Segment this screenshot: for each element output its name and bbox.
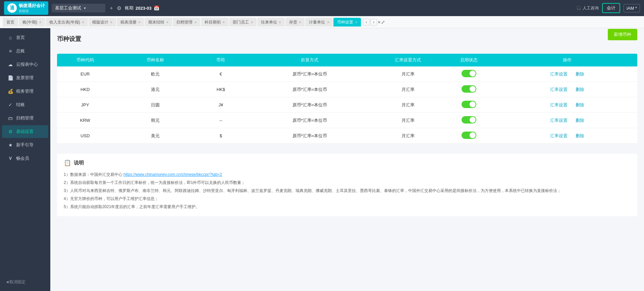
tab-mid-period[interactable]: 账(中期) ×	[19, 18, 45, 27]
period-value: 2023-03	[136, 6, 152, 11]
sidebar-item-tax[interactable]: 💰 税务管理	[2, 85, 48, 98]
cell-status-3[interactable]	[441, 113, 497, 128]
cell-symbol-0: €	[198, 66, 245, 82]
collapse-label: ◄取消固定	[5, 279, 25, 285]
tab-unit-close[interactable]: ×	[327, 20, 329, 24]
tab-archive[interactable]: 归档管理 ×	[173, 18, 200, 27]
cell-rate-0: 月汇率	[375, 66, 441, 82]
delete-link-3[interactable]: 删除	[576, 118, 584, 123]
sidebar-item-home[interactable]: ⌂ 首页	[2, 31, 48, 44]
delete-link-2[interactable]: 删除	[576, 102, 584, 107]
tab-prev-button[interactable]: ‹	[363, 19, 370, 26]
main-layout: ⌂ 首页 ≡ 总账 ☁ 云报表中心 📄 发票管理 💰 税务管理 ✓ 结账 🗃 归…	[0, 28, 644, 291]
sidebar-item-home-label: 首页	[16, 35, 25, 41]
cell-status-2[interactable]	[441, 97, 497, 113]
toggle-2[interactable]	[462, 101, 476, 108]
tab-dept-staff-close[interactable]: ×	[251, 20, 253, 24]
tab-mid-period-label: 账(中期)	[22, 19, 37, 25]
tab-tax-table-close[interactable]: ×	[139, 20, 141, 24]
table-row: KRW 韩元 -- 原币*汇率=本位币 月汇率 汇率设置 删除	[57, 113, 637, 128]
tab-home-label: 首页	[6, 19, 14, 25]
th-code: 币种代码	[57, 54, 113, 66]
toggle-0[interactable]	[462, 70, 476, 77]
tab-annual-report[interactable]: 收入支出表(年报) ×	[46, 18, 88, 27]
toggle-1[interactable]	[462, 85, 476, 93]
cell-code-0: EUR	[57, 66, 113, 82]
sidebar-item-settings[interactable]: ⚙ 基础设置	[2, 125, 48, 138]
tab-annual-report-close[interactable]: ×	[82, 20, 84, 24]
table-row: EUR 欧元 € 原币*汇率=本位币 月汇率 汇率设置 删除	[57, 66, 637, 82]
tab-inventory[interactable]: 存货 ×	[285, 18, 305, 27]
sidebar: ⌂ 首页 ≡ 总账 ☁ 云报表中心 📄 发票管理 💰 税务管理 ✓ 结账 🗃 归…	[0, 28, 50, 291]
top-actions: ＋ ⚙	[109, 5, 121, 12]
project-name: 基层工会测试	[55, 5, 81, 11]
sidebar-item-invoice[interactable]: 📄 发票管理	[2, 71, 48, 84]
notes-link[interactable]: https://www.chinamoney.com.cn/chinese/bk…	[123, 172, 222, 177]
tab-partners-close[interactable]: ×	[279, 20, 281, 24]
delete-link-0[interactable]: 删除	[576, 71, 584, 77]
tab-unit[interactable]: 计量单位 ×	[305, 18, 333, 27]
cell-status-4[interactable]	[441, 128, 497, 144]
cell-symbol-4: $	[198, 128, 245, 144]
cell-status-1[interactable]	[441, 82, 497, 97]
tab-dept-staff[interactable]: 部门员工 ×	[229, 18, 257, 27]
add-tab-button[interactable]: ＋	[109, 5, 114, 12]
page-title: 币种设置	[57, 35, 81, 43]
tab-currency[interactable]: 币种设置 ×	[333, 18, 361, 27]
toggle-4[interactable]	[462, 132, 476, 139]
tab-maximize-button[interactable]: ⤢	[381, 19, 385, 25]
delete-link-4[interactable]: 删除	[576, 133, 584, 138]
rate-setting-link-3[interactable]: 汇率设置	[550, 118, 568, 123]
sidebar-collapse-button[interactable]: ◄取消固定	[0, 276, 50, 288]
settings-button[interactable]: ⚙	[117, 5, 121, 11]
tab-currency-close[interactable]: ×	[355, 20, 357, 24]
content-area: 币种设置 新增币种 币种代码 币种名称 币符 折算方式 汇率设置方式 启用状态 …	[50, 28, 644, 291]
delete-link-1[interactable]: 删除	[576, 87, 584, 92]
sidebar-item-member[interactable]: V 畅会员	[2, 152, 48, 165]
th-operation: 操作	[497, 54, 637, 66]
rate-setting-link-0[interactable]: 汇率设置	[550, 71, 568, 77]
tab-period-end[interactable]: 期末结转 ×	[145, 18, 172, 27]
cell-rate-1: 月汇率	[375, 82, 441, 97]
tab-archive-close[interactable]: ×	[195, 20, 197, 24]
sidebar-item-archive[interactable]: 🗃 归档管理	[2, 112, 48, 125]
cell-name-2: 日圆	[113, 97, 197, 113]
toggle-3[interactable]	[462, 116, 476, 124]
cell-name-4: 美元	[113, 128, 197, 144]
cell-status-0[interactable]	[441, 66, 497, 82]
logo-area[interactable]: 通 畅捷通好会计 旗舰版	[4, 1, 48, 15]
tab-subject-init-close[interactable]: ×	[223, 20, 225, 24]
project-selector[interactable]: 基层工会测试 ▼	[52, 4, 105, 12]
cell-name-0: 欧元	[113, 66, 197, 82]
tab-template-close[interactable]: ×	[110, 20, 112, 24]
cell-op-1: 汇率设置 删除	[497, 82, 637, 97]
calendar-icon[interactable]: 📅	[154, 5, 159, 11]
service-button[interactable]: 🎧 人工咨询	[576, 5, 599, 11]
sidebar-item-checkout[interactable]: ✓ 结账	[2, 98, 48, 111]
table-row: USD 美元 $ 原币*汇率=本位币 月汇率 汇率设置 删除	[57, 128, 637, 144]
tab-template[interactable]: 模版设计 ×	[89, 18, 116, 27]
tab-home[interactable]: 首页	[3, 18, 18, 27]
rate-setting-link-2[interactable]: 汇率设置	[550, 102, 568, 107]
tab-period-end-label: 期末结转	[148, 19, 164, 25]
tab-mid-period-close[interactable]: ×	[39, 20, 41, 24]
tab-period-end-close[interactable]: ×	[166, 20, 168, 24]
tab-tax-table[interactable]: 税表清册 ×	[117, 18, 144, 27]
cell-method-4: 原币*汇率=本位币	[244, 128, 375, 144]
rate-setting-link-4[interactable]: 汇率设置	[550, 133, 568, 138]
tax-icon: 💰	[7, 89, 13, 94]
rate-setting-link-1[interactable]: 汇率设置	[550, 87, 568, 92]
account-button[interactable]: 会计	[602, 3, 620, 13]
tab-inventory-close[interactable]: ×	[299, 20, 301, 24]
cell-code-2: JPY	[57, 97, 113, 113]
tab-partners[interactable]: 往来单位 ×	[257, 18, 285, 27]
new-currency-button[interactable]: 新增币种	[608, 29, 637, 40]
tab-close-all-button[interactable]: ×	[378, 19, 380, 25]
tab-annual-report-label: 收入支出表(年报)	[49, 19, 80, 25]
sidebar-item-ledger[interactable]: ≡ 总账	[2, 45, 48, 57]
notes-title: 说明	[74, 160, 84, 166]
tab-subject-init[interactable]: 科目期初 ×	[201, 18, 228, 27]
sidebar-item-reports[interactable]: ☁ 云报表中心	[2, 58, 48, 71]
tab-next-button[interactable]: ›	[370, 19, 377, 26]
sidebar-item-guide[interactable]: ★ 新手引导	[2, 139, 48, 151]
